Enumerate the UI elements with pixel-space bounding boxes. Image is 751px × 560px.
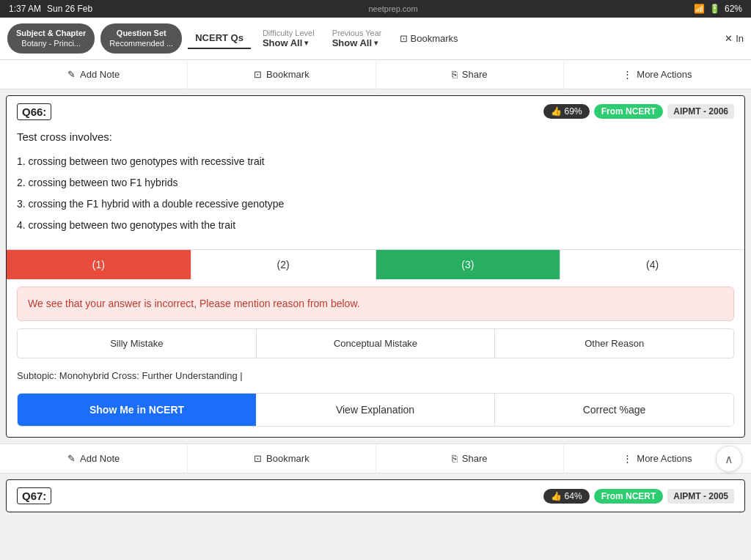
question-67-badges: 👍 64% From NCERT AIPMT - 2005 — [543, 489, 734, 504]
chevron-up-icon: ∧ — [725, 452, 733, 466]
more-icon: ⋮ — [623, 69, 632, 80]
qset-label: Question Set — [109, 28, 173, 38]
date: Sun 26 Feb — [47, 4, 92, 14]
subject-label: Subject & Chapter — [16, 28, 86, 38]
question-67-number: Q67: — [17, 487, 51, 504]
tab-ncert-qs[interactable]: NCERT Qs — [188, 28, 251, 49]
question-text: Test cross involves: — [17, 129, 734, 146]
share-icon: ⎘ — [452, 69, 458, 80]
difficulty-dropdown[interactable]: Difficulty Level Show All ▾ — [257, 26, 320, 51]
more-icon: ⋮ — [623, 453, 632, 464]
nav-bar: Subject & Chapter Botany - Princi... Que… — [0, 18, 751, 60]
view-explanation-button[interactable]: View Explanation — [256, 394, 495, 426]
answer-option-3[interactable]: (3) — [376, 250, 561, 279]
reason-silly-mistake[interactable]: Silly Mistake — [18, 329, 257, 358]
add-note-icon: ✎ — [67, 453, 76, 464]
answer-option-2[interactable]: (2) — [191, 250, 376, 279]
correct-pctage-button[interactable]: Correct %age — [495, 394, 733, 426]
bottom-toolbar: ✎ Add Note ⊡ Bookmark ⎘ Share ⋮ More Act… — [0, 443, 751, 474]
subtopic: Subtopic: Monohybrid Cross: Further Unde… — [7, 366, 744, 388]
chevron-down-icon: ▾ — [304, 39, 308, 47]
exam-badge: AIPMT - 2006 — [667, 104, 734, 119]
answer-row: (1) (2) (3) (4) — [7, 249, 744, 279]
wifi-icon: 📶 — [694, 4, 705, 14]
add-note-button[interactable]: ✎ Add Note — [0, 60, 188, 89]
reason-other[interactable]: Other Reason — [495, 329, 733, 358]
option-3: 3. crossing the F1 hybrid with a double … — [17, 196, 734, 212]
question-set-pill[interactable]: Question Set Recommended ... — [100, 23, 182, 54]
question-66-card: Q66: 👍 69% From NCERT AIPMT - 2006 Test … — [6, 95, 745, 438]
bookmark-icon: ⊡ — [254, 69, 262, 80]
answer-option-1[interactable]: (1) — [7, 250, 191, 279]
option-1: 1. crossing between two genotypes with r… — [17, 154, 734, 169]
reason-row: Silly Mistake Conceptual Mistake Other R… — [17, 328, 734, 358]
subject-chapter-pill[interactable]: Subject & Chapter Botany - Princi... — [7, 23, 95, 54]
thumbs-up-icon: 👍 — [551, 491, 562, 501]
q67-exam-badge: AIPMT - 2005 — [667, 489, 734, 504]
status-time: 1:37 AM Sun 26 Feb — [9, 4, 92, 14]
show-in-ncert-button[interactable]: Show Me in NCERT — [18, 394, 256, 426]
close-icon: ✕ — [725, 33, 733, 44]
question-badges: 👍 69% From NCERT AIPMT - 2006 — [543, 104, 734, 119]
top-toolbar: ✎ Add Note ⊡ Bookmark ⎘ Share ⋮ More Act… — [0, 60, 751, 89]
action-row: Show Me in NCERT View Explanation Correc… — [17, 393, 734, 427]
chevron-down-icon: ▾ — [374, 39, 378, 47]
bottom-share-button[interactable]: ⎘ Share — [376, 444, 564, 473]
question-body: Test cross involves: 1. crossing between… — [7, 125, 744, 250]
bottom-bookmark-button[interactable]: ⊡ Bookmark — [188, 444, 376, 473]
add-note-icon: ✎ — [67, 69, 76, 80]
q67-ncert-badge: From NCERT — [594, 489, 664, 504]
battery-level: 62% — [725, 4, 742, 14]
question-number: Q66: — [17, 103, 51, 120]
question-67-card: Q67: 👍 64% From NCERT AIPMT - 2005 — [6, 479, 745, 512]
likes-badge: 👍 69% — [543, 104, 590, 119]
close-button[interactable]: ✕ In — [725, 33, 744, 44]
reason-conceptual-mistake[interactable]: Conceptual Mistake — [257, 329, 496, 358]
bookmarks-button[interactable]: ⊡ Bookmarks — [394, 30, 464, 47]
question-67-header: Q67: 👍 64% From NCERT AIPMT - 2005 — [17, 487, 734, 504]
time: 1:37 AM — [9, 4, 41, 14]
subject-value: Botany - Princi... — [16, 38, 86, 48]
battery-icon: 🔋 — [709, 4, 720, 14]
previous-year-dropdown[interactable]: Previous Year Show All ▾ — [326, 26, 388, 51]
thumbs-up-icon: 👍 — [551, 106, 562, 117]
status-right: 📶 🔋 62% — [694, 4, 742, 14]
share-button[interactable]: ⎘ Share — [376, 60, 564, 89]
more-actions-button[interactable]: ⋮ More Actions — [564, 60, 751, 89]
answer-option-4[interactable]: (4) — [560, 250, 744, 279]
bookmark-icon: ⊡ — [254, 453, 262, 464]
bookmark-button[interactable]: ⊡ Bookmark — [188, 60, 376, 89]
question-header: Q66: 👍 69% From NCERT AIPMT - 2006 — [7, 96, 744, 125]
option-4: 4. crossing between two genotypes with t… — [17, 218, 734, 233]
qset-value: Recommended ... — [109, 38, 173, 48]
status-bar: 1:37 AM Sun 26 Feb neetprep.com 📶 🔋 62% — [0, 0, 751, 18]
status-url: neetprep.com — [368, 4, 417, 13]
bookmark-icon: ⊡ — [400, 33, 408, 44]
share-icon: ⎘ — [452, 453, 458, 464]
error-notice: We see that your answer is incorrect, Pl… — [17, 287, 734, 321]
option-2: 2. crossing between two F1 hybrids — [17, 175, 734, 191]
scroll-up-button[interactable]: ∧ — [716, 446, 742, 472]
bottom-add-note-button[interactable]: ✎ Add Note — [0, 444, 188, 473]
ncert-badge: From NCERT — [594, 104, 664, 119]
q67-likes-badge: 👍 64% — [543, 489, 590, 504]
